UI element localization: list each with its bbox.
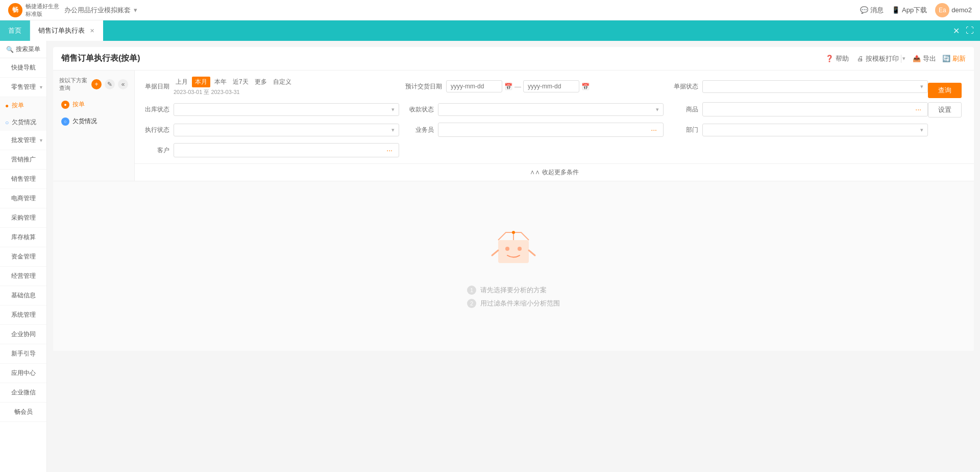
print-button[interactable]: 🖨 按模板打印	[855, 54, 901, 63]
sidebar-item-inventory[interactable]: 库存核算	[0, 228, 46, 247]
filter-left-panel: 按以下方案查询 + ✎ « ● 按单 ○ 欠货情况	[53, 70, 135, 181]
sidebar-item-member[interactable]: 畅会员	[0, 403, 46, 422]
sidebar-item-marketing[interactable]: 营销推广	[0, 150, 46, 170]
date-label: 单据日期	[141, 82, 169, 91]
salesperson-more-icon[interactable]: ···	[649, 126, 659, 134]
step-1-num: 1	[467, 286, 476, 295]
sidebar-item-system[interactable]: 系统管理	[0, 305, 46, 325]
tab-sales-order-exec[interactable]: 销售订单执行表 ✕	[30, 20, 103, 41]
content-area: 销售订单执行表(按单) ❓ 帮助 🖨 按模板打印 ▾ 📤	[47, 41, 980, 472]
tab-close-icon[interactable]: ✕	[90, 28, 94, 34]
sidebar-item-purchase[interactable]: 采购管理	[0, 208, 46, 228]
top-bar-left: 畅 畅捷通好生意 标准版 办公用品行业模拟账套 ▾	[8, 3, 137, 17]
close-tab-icon[interactable]: ✕	[953, 26, 960, 36]
sidebar-sub-item-order[interactable]: ● 按单	[0, 97, 46, 114]
tab-bar: 首页 销售订单执行表 ✕ ✕ ⛶	[0, 20, 980, 41]
collapse-up-icon: ∧∧	[530, 169, 540, 176]
step-2-num: 2	[467, 299, 476, 308]
query-actions: 查询 设置	[928, 77, 968, 163]
sidebar-item-appcenter[interactable]: 应用中心	[0, 364, 46, 383]
doc-status-select[interactable]: ▾	[702, 80, 928, 93]
sidebar-item-wholesale[interactable]: 批发管理	[0, 131, 46, 150]
sidebar-item-finance[interactable]: 资金管理	[0, 247, 46, 267]
help-button[interactable]: ❓ 帮助	[825, 54, 849, 63]
page-wrapper: 销售订单执行表(按单) ❓ 帮助 🖨 按模板打印 ▾ 📤	[53, 47, 974, 351]
sidebar-item-wechat[interactable]: 企业微信	[0, 383, 46, 403]
date-tab-this-month[interactable]: 本月	[192, 77, 210, 87]
search-menu-item[interactable]: 🔍 搜索菜单	[0, 41, 46, 58]
user-avatar[interactable]: Ea demo2	[935, 3, 972, 17]
breadcrumb-arrow-icon[interactable]: ▾	[134, 6, 137, 14]
salesperson-select[interactable]: ···	[438, 123, 664, 137]
filter-shipment: 出库状态 ▾	[141, 103, 399, 116]
customer-label: 客户	[141, 146, 169, 155]
settings-button[interactable]: 设置	[928, 102, 962, 117]
query-button[interactable]: 查询	[928, 83, 962, 98]
filter-row-2: 出库状态 ▾ 收款状态	[141, 102, 928, 116]
date-tab-custom[interactable]: 自定义	[271, 77, 293, 87]
sidebar-item-newcomer[interactable]: 新手引导	[0, 344, 46, 364]
filter-row-1: 单据日期 上月 本月 本年 近7天 更多 自定义	[141, 77, 928, 96]
svg-point-3	[518, 247, 522, 251]
filter-dept: 部门 ▾	[670, 124, 928, 136]
cal-to-icon[interactable]: 📅	[581, 83, 590, 90]
sidebar-item-quicknav[interactable]: 快捷导航	[0, 58, 46, 78]
empty-step-2: 2 用过滤条件来缩小分析范围	[467, 297, 560, 310]
svg-line-7	[529, 250, 535, 255]
scheme-item-order[interactable]: ● 按单	[53, 96, 134, 113]
refresh-button[interactable]: 🔄 刷新	[942, 54, 966, 63]
sidebar-item-retail[interactable]: 零售管理	[0, 78, 46, 97]
filter-main-area: 单据日期 上月 本月 本年 近7天 更多 自定义	[135, 70, 974, 181]
exec-status-select[interactable]: ▾	[174, 124, 399, 136]
expected-date-label: 预计交货日期	[405, 82, 442, 91]
date-tab-more[interactable]: 更多	[253, 77, 269, 87]
add-scheme-icon[interactable]: +	[91, 79, 102, 89]
expected-date-to-input[interactable]	[523, 80, 579, 92]
tab-home-label: 首页	[8, 26, 21, 35]
empty-steps: 1 请先选择要分析的方案 2 用过滤条件来缩小分析范围	[467, 284, 560, 310]
collapse-scheme-icon[interactable]: «	[118, 79, 128, 89]
scheme-item-debt[interactable]: ○ 欠货情况	[53, 113, 134, 130]
sidebar-item-enterprise[interactable]: 企业协同	[0, 325, 46, 344]
filter-payment: 收款状态 ▾	[405, 103, 664, 116]
doc-status-label: 单据状态	[670, 82, 698, 91]
sidebar-item-basic[interactable]: 基础信息	[0, 286, 46, 305]
expected-date-from-input[interactable]	[446, 80, 502, 92]
payment-arrow-icon: ▾	[656, 106, 659, 113]
debt-icon: ○	[5, 119, 9, 126]
main-layout: 🔍 搜索菜单 快捷导航 零售管理 ● 按单 ○ 欠货情况 批发管理 营销推广	[0, 41, 980, 472]
filter-date: 单据日期 上月 本月 本年 近7天 更多 自定义	[141, 77, 399, 96]
cal-from-icon[interactable]: 📅	[504, 83, 512, 90]
scheme-order-icon: ●	[61, 101, 69, 109]
svg-line-6	[492, 250, 498, 255]
product-select[interactable]: ···	[702, 102, 928, 116]
customer-more-icon[interactable]: ···	[384, 146, 395, 154]
salesperson-label: 业务员	[405, 126, 434, 134]
message-button[interactable]: 💬 消息	[860, 6, 884, 15]
date-range-display: 2023-03-01 至 2023-03-31	[174, 88, 399, 96]
payment-select[interactable]: ▾	[438, 103, 664, 116]
date-tab-this-year[interactable]: 本年	[212, 77, 229, 87]
fullscreen-icon[interactable]: ⛶	[966, 26, 974, 35]
product-more-icon[interactable]: ···	[913, 105, 923, 113]
sidebar-item-operation[interactable]: 经营管理	[0, 267, 46, 286]
shipment-select[interactable]: ▾	[174, 103, 399, 116]
date-tab-last-month[interactable]: 上月	[174, 77, 190, 87]
filter-panel: 按以下方案查询 + ✎ « ● 按单 ○ 欠货情况	[53, 70, 974, 181]
export-button[interactable]: 📤 导出	[913, 54, 936, 63]
sidebar-item-sales[interactable]: 销售管理	[0, 170, 46, 189]
sidebar-sub-item-debt[interactable]: ○ 欠货情况	[0, 114, 46, 131]
app-download-button[interactable]: 📱 App下载	[892, 6, 927, 15]
dept-select[interactable]: ▾	[702, 124, 928, 136]
print-dropdown-arrow[interactable]: ▾	[901, 55, 906, 63]
collapse-row[interactable]: ∧∧ 收起更多条件	[135, 163, 974, 181]
page-header: 销售订单执行表(按单) ❓ 帮助 🖨 按模板打印 ▾ 📤	[53, 47, 974, 70]
message-icon: 💬	[860, 6, 868, 14]
date-tab-7days[interactable]: 近7天	[231, 77, 251, 87]
tab-home[interactable]: 首页	[0, 20, 30, 41]
sidebar-item-ecommerce[interactable]: 电商管理	[0, 189, 46, 208]
shipment-label: 出库状态	[141, 105, 169, 114]
customer-select[interactable]: ···	[174, 143, 399, 157]
edit-scheme-icon[interactable]: ✎	[105, 79, 115, 89]
empty-state: 1 请先选择要分析的方案 2 用过滤条件来缩小分析范围	[53, 181, 974, 351]
